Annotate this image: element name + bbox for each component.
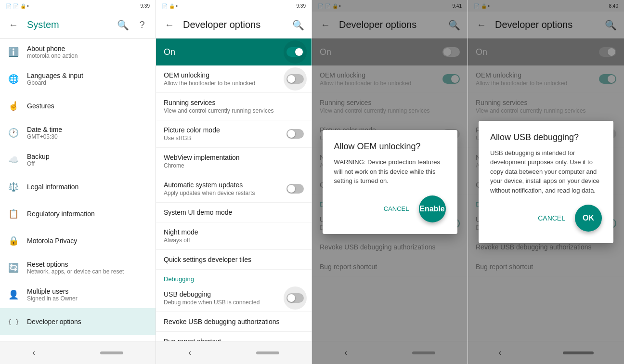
backup-sub: Off [27, 160, 50, 167]
dev-item-revoke-usb[interactable]: Revoke USB debugging authorizations [156, 312, 312, 332]
system-ui-demo-title: System UI demo mode [164, 208, 304, 216]
dev-item-quick-settings-tiles[interactable]: Quick settings developer tiles [156, 250, 312, 270]
date-time-icon: 🕐 [8, 127, 19, 139]
sidebar-items: ℹ️ About phone motorola one action 🌐 Lan… [0, 39, 156, 341]
webview-title: WebView implementation [164, 154, 304, 161]
picture-color-toggle-knob [287, 130, 295, 138]
sidebar-item-backup[interactable]: ☁️ Backup Off [0, 146, 156, 173]
date-time-sub: GMT+05:30 [27, 133, 62, 140]
dev-on-label: On [164, 47, 175, 57]
dev-on-toggle[interactable] [286, 47, 304, 57]
sidebar-item-developer-options[interactable]: { } Developer options [0, 308, 156, 335]
dev-item-night-mode[interactable]: Night mode Always off [156, 222, 312, 250]
regulatory-icon: 📋 [8, 208, 19, 220]
panel2-header: ← Developer options 🔍 [156, 12, 312, 39]
picture-color-sub: Use sRGB [164, 135, 220, 142]
dev-item-usb-debugging[interactable]: USB debugging Debug mode when USB is con… [156, 285, 312, 312]
status-bar-2: 📄 🔒 • 9:39 [156, 0, 312, 12]
toggle-knob [295, 48, 303, 56]
reset-options-label: Reset options [27, 260, 124, 268]
languages-label: Languages & input [27, 72, 83, 79]
panel1-header: ← System 🔍 ? [0, 12, 156, 39]
sidebar-item-gestures[interactable]: ☝️ Gestures [0, 92, 156, 119]
auto-updates-sub: Apply updates when device restarts [164, 190, 255, 196]
help-icon[interactable]: ? [136, 19, 148, 31]
usb-debugging-sub: Debug mode when USB is connected [164, 299, 260, 306]
date-time-label: Date & time [27, 126, 62, 133]
multiple-users-icon: 👤 [8, 289, 19, 300]
dev-item-auto-updates[interactable]: Automatic system updates Apply updates w… [156, 175, 312, 203]
panel-developer-options-oem-dialog: 📄 📄 🔒 • 9:41 ← Developer options 🔍 On OE… [312, 0, 468, 364]
usb-cancel-text: Cancel [532, 205, 571, 232]
usb-ok-button[interactable]: OK [575, 205, 602, 232]
webview-sub: Chrome [164, 162, 304, 169]
auto-updates-toggle-knob [287, 185, 295, 193]
backup-icon: ☁️ [8, 154, 19, 166]
dev-items-list: OEM unlocking Allow the bootloader to be… [156, 65, 312, 341]
gestures-icon: ☝️ [8, 100, 19, 112]
back-icon[interactable]: ← [8, 19, 19, 31]
sidebar-item-motorola-privacy[interactable]: 🔒 Motorola Privacy [0, 227, 156, 254]
sidebar-item-about-phone[interactable]: ℹ️ About phone motorola one action [0, 39, 156, 65]
usb-dialog-actions: Cancel OK [490, 205, 602, 232]
sidebar-item-regulatory[interactable]: 📋 Regulatory information [0, 200, 156, 227]
multiple-users-label: Multiple users [27, 287, 78, 295]
back-icon-2[interactable]: ← [164, 19, 175, 31]
oem-cancel-button[interactable]: Cancel [378, 195, 415, 222]
oem-unlocking-sub: Allow the bootloader to be unlocked [164, 80, 255, 87]
panel-system-settings: 📄 📄 🔒 • 9:39 ← System 🔍 ? ℹ️ About phone… [0, 0, 156, 364]
sidebar-item-reset-options[interactable]: 🔄 Reset options Network, apps, or device… [0, 254, 156, 281]
backup-label: Backup [27, 153, 50, 160]
dev-item-oem-unlocking[interactable]: OEM unlocking Allow the bootloader to be… [156, 65, 312, 93]
status-icons-left: 📄 📄 🔒 • [6, 3, 29, 9]
oem-unlocking-title: OEM unlocking [164, 71, 255, 79]
nav-bar-1: ‹ [0, 341, 156, 364]
nav-pill-2 [256, 351, 279, 354]
oem-dialog-title: Allow OEM unlocking? [334, 142, 446, 152]
status-bar-1: 📄 📄 🔒 • 9:39 [0, 0, 156, 12]
usb-cancel-button[interactable]: Cancel [532, 210, 571, 226]
status-time: 9:39 [141, 3, 150, 9]
running-services-sub: View and control currently running servi… [164, 107, 304, 114]
languages-icon: 🌐 [8, 73, 19, 85]
sidebar-item-languages[interactable]: 🌐 Languages & input Gboard [0, 65, 156, 92]
reset-options-icon: 🔄 [8, 262, 19, 273]
usb-toggle[interactable] [286, 293, 304, 303]
dev-on-toggle-container [286, 47, 304, 57]
usb-dialog-title: Allow USB debugging? [490, 132, 602, 143]
sidebar-item-system-updates[interactable]: 📱 System updates Updated to Android 9 [0, 335, 156, 341]
usb-toggle-container [286, 293, 304, 303]
dev-item-system-ui-demo[interactable]: System UI demo mode [156, 203, 312, 222]
auto-updates-title: Automatic system updates [164, 181, 255, 189]
legal-label: Legal information [27, 183, 78, 191]
bug-report-title: Bug report shortcut [164, 338, 304, 341]
nav-pill-1 [100, 351, 123, 354]
oem-enable-button[interactable]: Enable [419, 195, 446, 222]
oem-toggle-knob [287, 75, 295, 83]
oem-dialog: Allow OEM unlocking? WARNING: Device pro… [323, 130, 457, 234]
sidebar-item-legal[interactable]: ⚖️ Legal information [0, 173, 156, 200]
usb-debugging-title: USB debugging [164, 290, 260, 298]
nav-back-2[interactable]: ‹ [188, 348, 191, 358]
nav-back-1[interactable]: ‹ [32, 348, 35, 358]
search-icon[interactable]: 🔍 [117, 19, 129, 31]
dev-on-bar[interactable]: On [156, 39, 312, 65]
multiple-users-sub: Signed in as Owner [27, 295, 78, 302]
night-mode-sub: Always off [164, 237, 304, 244]
sidebar-item-date-time[interactable]: 🕐 Date & time GMT+05:30 [0, 119, 156, 146]
sidebar-item-multiple-users[interactable]: 👤 Multiple users Signed in as Owner [0, 281, 156, 308]
auto-updates-toggle[interactable] [286, 184, 304, 194]
picture-color-toggle[interactable] [286, 129, 304, 139]
oem-toggle[interactable] [286, 74, 304, 84]
developer-options-label: Developer options [27, 318, 81, 325]
dev-item-webview[interactable]: WebView implementation Chrome [156, 148, 312, 175]
regulatory-label: Regulatory information [27, 210, 95, 218]
languages-sub: Gboard [27, 79, 83, 86]
motorola-privacy-label: Motorola Privacy [27, 237, 77, 245]
panel-developer-options-usb-dialog: 📄 🔒 • 8:40 ← Developer options 🔍 On OEM … [468, 0, 624, 364]
search-icon-2[interactable]: 🔍 [292, 19, 304, 31]
dev-item-picture-color-mode[interactable]: Picture color mode Use sRGB [156, 120, 312, 148]
dev-item-running-services[interactable]: Running services View and control curren… [156, 93, 312, 120]
oem-dialog-overlay: Allow OEM unlocking? WARNING: Device pro… [312, 0, 468, 364]
dev-item-bug-report[interactable]: Bug report shortcut [156, 332, 312, 341]
